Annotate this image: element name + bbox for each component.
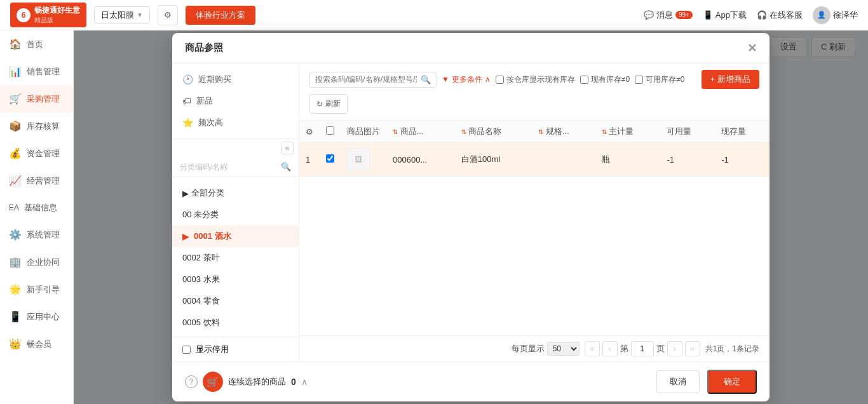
existing-stock-checkbox[interactable] (580, 76, 588, 84)
tab-recent[interactable]: 🕐 近期购买 (172, 69, 299, 90)
tab-recent-label: 近期购买 (198, 74, 231, 85)
help-button[interactable]: ? (185, 375, 198, 388)
modal-close-button[interactable]: ✕ (747, 43, 757, 54)
sort-icon-left: ⇅ (393, 128, 398, 135)
product-image: 🖼 (347, 148, 370, 171)
logo[interactable]: 6 畅捷通好生意 精品版 (10, 3, 86, 27)
current-page-input[interactable] (631, 341, 654, 356)
image-icon: 🖼 (355, 155, 362, 164)
confirm-button[interactable]: 确定 (707, 370, 757, 394)
tab-new[interactable]: 🏷 新品 (172, 90, 299, 112)
col-code[interactable]: ⇅ 商品... (386, 121, 455, 143)
sidebar-item-home[interactable]: 🏠 首页 (0, 30, 73, 58)
filter-icon: ▼ (442, 75, 449, 84)
product-search-wrap: 🔍 (309, 72, 437, 88)
sidebar-item-basic[interactable]: EA 基础信息 (0, 194, 73, 221)
sales-icon: 📊 (9, 65, 22, 77)
sidebar-item-system[interactable]: ⚙️ 系统管理 (0, 221, 73, 248)
refresh-button[interactable]: ↻ 刷新 (309, 94, 348, 114)
row-select-checkbox[interactable] (326, 154, 334, 163)
category-0005[interactable]: 0005 饮料 (172, 312, 299, 333)
col-spec[interactable]: ⇅ 规格... (532, 121, 595, 143)
expand-icon[interactable]: ∧ (301, 377, 308, 387)
app-download-button[interactable]: 📱 App下载 (703, 10, 747, 21)
sidebar-item-apps[interactable]: 📱 应用中心 (0, 303, 73, 330)
sidebar-item-inventory[interactable]: 📦 库存核算 (0, 112, 73, 140)
page-size-dropdown[interactable]: 10 20 50 100 (547, 342, 580, 356)
col-unit[interactable]: ⇅ 主计量 (595, 121, 661, 143)
category-list: ▶ 全部分类 00 未分类 ▶ 0001 酒水 0002 茶 (172, 177, 299, 337)
online-service-button[interactable]: 🎧 在线客服 (757, 10, 803, 21)
online-service-label: 在线客服 (770, 10, 803, 21)
store-selector[interactable]: 日太阳膜 ▼ (94, 6, 150, 24)
category-0002[interactable]: 0002 茶叶 (172, 247, 299, 269)
new-product-button[interactable]: + 新增商品 (702, 70, 759, 89)
sort-icon-name: ⇅ (461, 128, 466, 135)
continuous-label: 连续选择的商品 (228, 376, 286, 387)
row-spec (532, 143, 595, 177)
category-search-icon[interactable]: 🔍 (281, 162, 291, 172)
sidebar-item-sales[interactable]: 📊 销售管理 (0, 58, 73, 85)
col-name[interactable]: ⇅ 商品名称 (455, 121, 532, 143)
available-stock-checkbox[interactable] (635, 76, 643, 84)
sidebar-item-newbie[interactable]: 🌟 新手引导 (0, 276, 73, 303)
trial-button[interactable]: 体验行业方案 (186, 6, 255, 25)
next-page-button[interactable]: › (667, 341, 682, 356)
col-checkbox (320, 121, 341, 143)
col-stock: 现存量 (715, 121, 770, 143)
table-row[interactable]: 1 🖼 (299, 143, 770, 177)
sidebar-item-operations[interactable]: 📈 经营管理 (0, 167, 73, 194)
category-0001[interactable]: ▶ 0001 酒水 (172, 226, 299, 247)
sidebar-item-sales-label: 销售管理 (27, 66, 60, 77)
select-all-checkbox[interactable] (326, 126, 334, 135)
category-0004[interactable]: 0004 零食 (172, 290, 299, 312)
gear-icon: ⚙ (164, 10, 172, 20)
store-name: 日太阳膜 (101, 10, 134, 21)
product-search-input[interactable] (315, 75, 417, 84)
modal-body: 🕐 近期购买 🏷 新品 ⭐ 频次高 (172, 64, 770, 361)
category-search-input[interactable] (180, 163, 277, 172)
first-page-button[interactable]: « (585, 341, 600, 356)
settings-button[interactable]: ⚙ (158, 5, 178, 25)
more-filter-button[interactable]: ▼ 更多条件 ∧ (442, 74, 491, 85)
row-img: 🖼 (341, 143, 386, 177)
page-label: 第 (620, 343, 628, 354)
row-name: 白酒100ml (455, 143, 532, 177)
download-icon: 📱 (703, 10, 713, 20)
modal-title: 商品参照 (185, 42, 223, 54)
last-page-button[interactable]: » (685, 341, 700, 356)
prev-page-button[interactable]: ‹ (602, 341, 618, 356)
row-index: 1 (299, 143, 320, 177)
app-download-label: App下载 (715, 10, 747, 21)
modal-left-footer: 显示停用 (172, 337, 299, 361)
category-0003[interactable]: 0003 水果 (172, 269, 299, 290)
page-size-label: 每页显示 (512, 343, 545, 354)
modal-footer-left: ? 🛒 连续选择的商品 0 ∧ (185, 372, 308, 392)
cancel-button[interactable]: 取消 (656, 370, 700, 393)
sidebar-item-enterprise[interactable]: 🏢 企业协同 (0, 248, 73, 276)
logo-icon: 6 (17, 8, 31, 22)
message-button[interactable]: 💬 消息 99+ (644, 10, 693, 21)
row-checkbox[interactable] (320, 143, 341, 177)
user-area[interactable]: 👤 徐泽华 (813, 6, 858, 24)
category-all-arrow: ▶ (182, 189, 189, 198)
category-0004-label: 0004 零食 (182, 295, 220, 307)
warehouse-stock-checkbox[interactable] (496, 76, 504, 84)
message-badge: 99+ (675, 11, 693, 19)
collapse-button[interactable]: « (281, 142, 294, 154)
sidebar-item-finance[interactable]: 💰 资金管理 (0, 140, 73, 167)
modal-header: 商品参照 ✕ (172, 33, 770, 64)
newbie-icon: 🌟 (9, 283, 22, 295)
sidebar-item-purchase[interactable]: 🛒 采购管理 (0, 85, 73, 112)
show-disabled-checkbox[interactable] (182, 346, 191, 354)
category-all[interactable]: ▶ 全部分类 (172, 182, 299, 204)
search-icon[interactable]: 🔍 (421, 75, 431, 84)
sort-icon-spec: ⇅ (538, 128, 543, 135)
category-00[interactable]: 00 未分类 (172, 204, 299, 226)
sidebar-item-member[interactable]: 👑 畅会员 (0, 330, 73, 358)
shopping-cart-icon: 🛒 (207, 376, 219, 388)
col-settings[interactable]: ⚙ (299, 121, 320, 143)
tab-frequent[interactable]: ⭐ 频次高 (172, 112, 299, 133)
existing-stock-checkbox-wrap: 现有库存≠0 (580, 74, 630, 85)
modal-left-tabs: 🕐 近期购买 🏷 新品 ⭐ 频次高 (172, 64, 299, 139)
